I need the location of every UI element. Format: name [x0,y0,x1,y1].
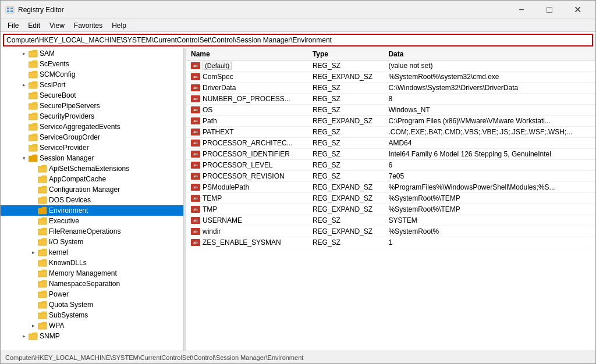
main-content: ▸ SAM ScEvents SCMConfig▸ ScsiPort Secur… [1,48,595,351]
tree-item-executive[interactable]: Executive [1,216,183,226]
expand-btn-filenameoperations [29,227,38,236]
value-name: PSModulePath [203,183,249,191]
tree-item-sessionmanager[interactable]: ▾ Session Manager [1,153,183,163]
tree-item-serviceaggregatedevents[interactable]: ServiceAggregatedEvents [1,122,183,132]
tree-label-dosdevices: DOS Devices [49,196,91,204]
tree-item-sam[interactable]: ▸ SAM [1,48,183,59]
table-row[interactable]: abTEMPREG_EXPAND_SZ%SystemRoot%\TEMP [186,193,595,204]
cell-name: abDriverData [186,83,308,94]
tree-item-scevents[interactable]: ScEvents [1,59,183,69]
tree-label-wpa: WPA [49,322,64,330]
tree-item-servicegrouporder[interactable]: ServiceGroupOrder [1,132,183,142]
tree-item-knowndlls[interactable]: KnownDLLs [1,258,183,268]
table-row[interactable]: abPATHEXTREG_SZ.COM;.EXE;.BAT;.CMD;.VBS;… [186,127,595,138]
expand-btn-kernel[interactable]: ▸ [29,248,38,257]
reg-value-icon: ab [191,62,200,69]
cell-data: 6 [384,160,595,171]
table-row[interactable]: abPROCESSOR_ARCHITEC...REG_SZAMD64 [186,138,595,149]
expand-btn-quotasystem [29,300,38,309]
tree-item-subsystems[interactable]: SubSystems [1,310,183,320]
table-row[interactable]: abPROCESSOR_REVISIONREG_SZ7e05 [186,171,595,182]
tree-item-iosystem[interactable]: I/O System [1,237,183,247]
folder-icon-configurationmanager [38,185,47,194]
folder-icon-sam [29,49,38,58]
cell-name: abPROCESSOR_ARCHITEC... [186,138,308,149]
table-row[interactable]: abTMPREG_EXPAND_SZ%SystemRoot%\TEMP [186,204,595,215]
close-button[interactable]: ✕ [564,2,591,18]
reg-value-icon: ab [191,151,200,158]
tree-panel[interactable]: ▸ SAM ScEvents SCMConfig▸ ScsiPort Secur… [1,48,184,351]
cell-data: 1 [384,237,595,248]
tree-item-power[interactable]: Power [1,289,183,299]
table-row[interactable]: ab(Default)REG_SZ(value not set) [186,60,595,72]
tree-item-environment[interactable]: Environment [1,205,183,216]
tree-label-securityproviders: SecurityProviders [40,112,94,120]
expand-btn-snmp[interactable]: ▸ [19,331,29,341]
expand-btn-wpa[interactable]: ▸ [29,321,38,330]
value-name: ComSpec [203,73,233,81]
maximize-button[interactable]: □ [536,2,563,18]
reg-value-icon: ab [191,129,200,135]
table-row[interactable]: abPROCESSOR_IDENTIFIERREG_SZIntel64 Fami… [186,149,595,160]
tree-item-securityproviders[interactable]: SecurityProviders [1,111,183,122]
tree-item-wpa[interactable]: ▸ WPA [1,320,183,331]
tree-item-quotasystem[interactable]: Quota System [1,299,183,310]
table-row[interactable]: abNUMBER_OF_PROCESS...REG_SZ8 [186,94,595,105]
expand-btn-subsystems [29,311,38,320]
tree-item-apisetschemaextensions[interactable]: ApiSetSchemaExtensions [1,163,183,174]
value-name: ZES_ENABLE_SYSMAN [203,238,281,247]
cell-name: abOS [186,105,308,116]
table-row[interactable]: abPSModulePathREG_EXPAND_SZ%ProgramFiles… [186,182,595,193]
registry-table: Name Type Data ab(Default)REG_SZ(value n… [186,48,595,248]
tree-item-filenameoperations[interactable]: FileRenameOperations [1,226,183,237]
menu-item-favorites[interactable]: Favorites [69,20,107,31]
reg-value-icon: ab [191,106,200,113]
table-row[interactable]: abDriverDataREG_SZC:\Windows\System32\Dr… [186,83,595,94]
minimize-button[interactable]: − [508,2,535,18]
tree-item-securepipeservers[interactable]: SecurePipeServers [1,101,183,111]
tree-item-appcompatcache[interactable]: AppCompatCache [1,174,183,184]
tree-item-scsiport[interactable]: ▸ ScsiPort [1,80,183,90]
menu-item-view[interactable]: View [45,20,69,31]
table-row[interactable]: abPROCESSOR_LEVELREG_SZ6 [186,160,595,171]
table-row[interactable]: abComSpecREG_EXPAND_SZ%SystemRoot%\syste… [186,72,595,83]
tree-item-scmconfig[interactable]: SCMConfig [1,69,183,80]
svg-rect-1 [7,8,9,9]
folder-icon-serviceprovider [29,144,38,152]
menu-item-file[interactable]: File [3,20,23,31]
tree-item-serviceprovider[interactable]: ServiceProvider [1,142,183,153]
menu-item-edit[interactable]: Edit [23,20,45,31]
cell-type: REG_SZ [308,160,384,171]
expand-btn-knowndlls [29,258,38,267]
expand-btn-scmconfig [19,70,29,79]
cell-name: abPSModulePath [186,182,308,193]
menu-item-help[interactable]: Help [107,20,131,31]
folder-icon-securepipeservers [29,102,38,110]
table-row[interactable]: abPathREG_EXPAND_SZC:\Program Files (x86… [186,116,595,127]
tree-label-scevents: ScEvents [40,60,69,68]
tree-label-serviceprovider: ServiceProvider [40,144,89,152]
folder-icon-environment [38,206,47,215]
tree-item-configurationmanager[interactable]: Configuration Manager [1,184,183,195]
tree-item-memorymanagement[interactable]: Memory Management [1,268,183,279]
tree-item-dosdevices[interactable]: DOS Devices [1,195,183,205]
address-bar [1,32,595,48]
table-row[interactable]: abwindirREG_EXPAND_SZ%SystemRoot% [186,226,595,237]
table-row[interactable]: abUSERNAMEREG_SZSYSTEM [186,215,595,226]
tree-item-namespaceseparation[interactable]: NamespaceSeparation [1,279,183,289]
table-row[interactable]: abOSREG_SZWindows_NT [186,105,595,116]
tree-label-snmp: SNMP [40,332,60,340]
expand-btn-serviceaggregatedevents [19,122,29,131]
reg-value-icon: ab [191,206,200,213]
cell-name: abPROCESSOR_IDENTIFIER [186,149,308,160]
address-input[interactable] [3,34,593,47]
tree-item-snmp[interactable]: ▸ SNMP [1,331,183,341]
detail-panel[interactable]: Name Type Data ab(Default)REG_SZ(value n… [186,48,595,351]
expand-btn-sessionmanager[interactable]: ▾ [19,154,29,163]
tree-item-secureboot[interactable]: SecureBoot [1,90,183,101]
expand-btn-scsiport[interactable]: ▸ [19,80,29,90]
table-row[interactable]: abZES_ENABLE_SYSMANREG_SZ1 [186,237,595,248]
tree-label-memorymanagement: Memory Management [49,269,117,277]
expand-btn-sam[interactable]: ▸ [19,49,29,58]
tree-item-kernel[interactable]: ▸ kernel [1,247,183,258]
